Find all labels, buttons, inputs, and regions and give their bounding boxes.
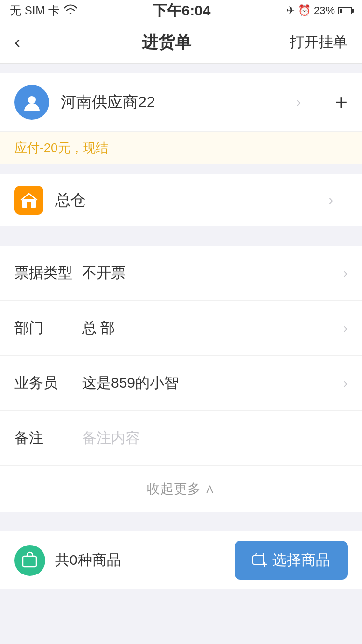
dept-chevron-icon: › (343, 321, 348, 336)
nav-bar: ‹ 进货单 打开挂单 (0, 21, 362, 64)
product-icon (14, 545, 45, 576)
section-gap-3 (0, 226, 362, 236)
section-gap-4 (0, 512, 362, 521)
page-title: 进货单 (142, 31, 191, 54)
warehouse-icon (14, 186, 43, 215)
invoice-row[interactable]: 票据类型 不开票 › (0, 246, 362, 301)
collapse-button[interactable]: 收起更多 ∧ (0, 466, 362, 512)
remark-label: 备注 (14, 428, 82, 448)
dept-row[interactable]: 部门 总 部 › (0, 301, 362, 356)
status-left: 无 SIM 卡 (10, 3, 77, 18)
notice-row: 应付-20元，现结 (0, 132, 362, 164)
section-gap-1 (0, 64, 362, 73)
invoice-label: 票据类型 (14, 263, 82, 283)
wifi-icon (64, 4, 77, 17)
svg-point-0 (28, 96, 36, 104)
location-icon: ✈ (286, 4, 295, 17)
sales-chevron-icon: › (343, 376, 348, 391)
svg-rect-2 (27, 202, 31, 208)
product-count-label: 共0种商品 (55, 550, 225, 570)
vertical-divider (325, 90, 325, 114)
invoice-chevron-icon: › (343, 266, 348, 281)
rest-area (0, 589, 362, 644)
battery-icon (338, 7, 352, 14)
svg-rect-4 (253, 556, 264, 564)
sales-label: 业务员 (14, 373, 82, 393)
warehouse-section: 总仓 › (0, 174, 362, 226)
invoice-value: 不开票 (82, 263, 343, 283)
remark-input[interactable]: 备注内容 (82, 428, 348, 448)
sales-value: 这是859的小智 (82, 373, 343, 393)
warehouse-row[interactable]: 总仓 › (0, 174, 362, 226)
status-right: ✈ ⏰ 23% (286, 4, 352, 17)
status-time: 下午6:04 (153, 1, 210, 21)
supplier-name: 河南供应商22 (61, 92, 296, 113)
open-pending-button[interactable]: 打开挂单 (290, 32, 348, 52)
supplier-avatar (14, 85, 49, 120)
sales-row[interactable]: 业务员 这是859的小智 › (0, 356, 362, 411)
supplier-section: 河南供应商22 › + 应付-20元，现结 (0, 73, 362, 164)
notice-text: 应付-20元，现结 (14, 140, 108, 155)
dept-value: 总 部 (82, 318, 343, 338)
form-section: 票据类型 不开票 › 部门 总 部 › 业务员 这是859的小智 › 备注 备注… (0, 246, 362, 512)
select-product-label: 选择商品 (272, 550, 330, 570)
supplier-row[interactable]: 河南供应商22 › + (0, 73, 362, 132)
supplier-chevron-icon: › (296, 95, 301, 110)
dept-label: 部门 (14, 318, 82, 338)
back-button[interactable]: ‹ (14, 32, 43, 53)
bottom-bar: 共0种商品 选择商品 (0, 531, 362, 589)
warehouse-name: 总仓 (55, 190, 329, 211)
select-product-button[interactable]: 选择商品 (235, 541, 348, 580)
remark-row[interactable]: 备注 备注内容 (0, 411, 362, 466)
alarm-icon: ⏰ (298, 4, 311, 17)
battery-percent: 23% (314, 4, 335, 17)
status-bar: 无 SIM 卡 下午6:04 ✈ ⏰ 23% (0, 0, 362, 21)
add-supplier-button[interactable]: + (335, 92, 348, 113)
warehouse-chevron-icon: › (329, 193, 333, 208)
collapse-label: 收起更多 ∧ (147, 481, 216, 496)
svg-rect-3 (23, 556, 36, 567)
section-gap-2 (0, 164, 362, 174)
carrier-label: 无 SIM 卡 (10, 3, 60, 18)
